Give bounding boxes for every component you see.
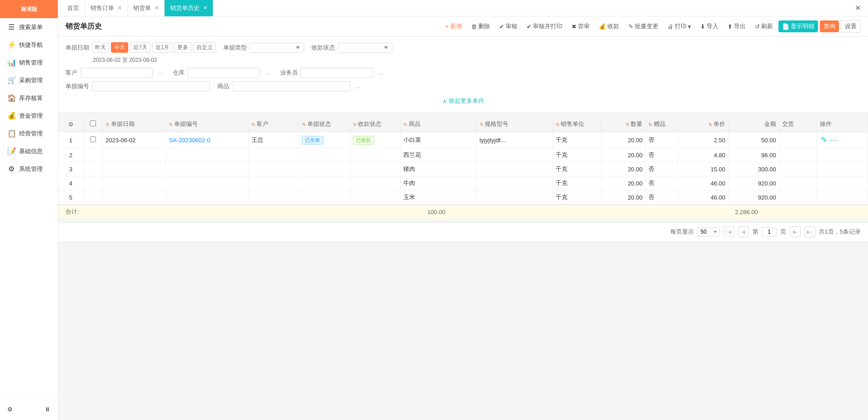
tab-sales-order[interactable]: 销售订单 ✕ xyxy=(85,0,128,16)
footer-label: 合计: xyxy=(65,208,79,216)
pay-status-sort-icon: ⇅ xyxy=(353,122,356,127)
col-header-qty[interactable]: ⇅ 数量 xyxy=(601,116,646,132)
abandon-button[interactable]: ✖ 弃审 xyxy=(568,20,593,32)
more-action-btn[interactable]: ⋯ xyxy=(829,135,838,145)
col-status-label: 单据状态 xyxy=(307,120,331,127)
delete-button[interactable]: 🗑 删除 xyxy=(467,20,494,32)
date-btn-more[interactable]: 更多 xyxy=(174,42,191,53)
sidebar-item-sys-mgmt[interactable]: ⚙ 系统管理 xyxy=(0,160,58,178)
per-page-select[interactable]: 50 10 20 100 xyxy=(697,227,720,236)
date-btn-today[interactable]: 今天 xyxy=(111,42,128,53)
salesperson-ellipsis[interactable]: ... xyxy=(376,69,386,77)
tab-bar-close-all[interactable]: ✕ xyxy=(851,4,864,12)
tab-sales-order-close[interactable]: ✕ xyxy=(118,5,122,11)
select-all-checkbox[interactable] xyxy=(90,120,96,126)
row-sn xyxy=(166,162,248,176)
last-page-btn[interactable]: ▶| xyxy=(804,226,815,237)
row-qty: 20.00 xyxy=(601,176,646,190)
total-pages-label: 页 xyxy=(780,228,786,236)
sidebar-item-sales-mgmt[interactable]: 📊 销售管理 xyxy=(0,54,58,71)
plus-icon: + xyxy=(445,23,449,30)
goods-input[interactable] xyxy=(232,81,350,91)
show-detail-label: 显示明细 xyxy=(791,22,814,30)
sidebar-item-search-menu[interactable]: ☰ 搜索菜单 xyxy=(0,18,58,36)
first-page-btn[interactable]: |◀ xyxy=(723,226,734,237)
goods-ellipsis[interactable]: ... xyxy=(353,82,363,90)
date-btn-custom[interactable]: 自定义 xyxy=(193,42,216,53)
col-header-unit[interactable]: ⇅ 销售单位 xyxy=(552,116,601,132)
refresh-label: 刷新 xyxy=(761,22,773,30)
sidebar-bottom-settings[interactable]: ⚙ ⏸ xyxy=(0,402,58,416)
row-gift: 否 xyxy=(646,148,678,162)
show-detail-button[interactable]: 📄 显示明细 xyxy=(778,20,818,32)
col-header-pay-status[interactable]: ⇅ 收款状态 xyxy=(350,116,401,132)
row-unit: 千克 xyxy=(552,162,601,176)
salesperson-input[interactable] xyxy=(301,68,373,78)
export-icon: ⬆ xyxy=(728,23,733,30)
sidebar-item-stock-calc[interactable]: 🏠 库存核算 xyxy=(0,89,58,107)
col-goods-label: 商品 xyxy=(409,120,421,127)
col-header-price[interactable]: ⇅ 单价 xyxy=(677,116,728,132)
doc-type-filter-field: 单据类型 xyxy=(223,43,304,53)
import-button[interactable]: ⬇ 导入 xyxy=(697,20,722,32)
settings-button[interactable]: 设置 xyxy=(841,20,861,33)
col-header-date[interactable]: ⇅ 单据日期 xyxy=(103,116,166,132)
sn-link[interactable]: SA-20230602-0 xyxy=(169,137,210,144)
sidebar-item-purchase-mgmt[interactable]: 🛒 采购管理 xyxy=(0,71,58,89)
sidebar-item-label: 基础信息 xyxy=(19,147,43,155)
warehouse-ellipsis[interactable]: ... xyxy=(263,69,273,77)
tab-sales-goods[interactable]: 销货单 ✕ xyxy=(128,0,165,16)
refresh-button[interactable]: ↺ 刷新 xyxy=(751,20,777,32)
pay-status-select[interactable] xyxy=(338,43,392,53)
date-btn-yesterday[interactable]: 昨天 xyxy=(92,42,109,53)
collect-button[interactable]: 💰 收款 xyxy=(595,20,623,32)
col-header-status[interactable]: ⇅ 单据状态 xyxy=(299,116,350,132)
col-header-spec[interactable]: ⇅ 规格型号 xyxy=(477,116,552,132)
customer-ellipsis[interactable]: ... xyxy=(156,69,166,77)
collapse-btn[interactable]: ∧ 收起更多条件 xyxy=(65,95,861,107)
import-icon: ⬇ xyxy=(700,23,705,30)
col-header-goods[interactable]: ⇅ 商品 xyxy=(401,116,477,132)
query-button[interactable]: 查询 xyxy=(820,20,839,32)
refresh-icon: ↺ xyxy=(755,23,760,30)
sidebar-item-quick-nav[interactable]: ⚡ 快捷导航 xyxy=(0,36,58,54)
approve-print-button[interactable]: ✔ 审核并打印 xyxy=(523,20,566,32)
next-page-btn[interactable]: ▶ xyxy=(790,226,801,237)
new-button[interactable]: + 新增 xyxy=(442,20,466,32)
col-header-customer[interactable]: ⇅ 客户 xyxy=(248,116,299,132)
date-btn-7days[interactable]: 近7天 xyxy=(130,42,151,53)
sidebar-item-finance-mgmt[interactable]: 💰 资金管理 xyxy=(0,107,58,125)
sidebar-item-label: 资金管理 xyxy=(19,112,43,120)
customer-input[interactable] xyxy=(80,68,153,78)
tab-sales-order-label: 销售订单 xyxy=(90,4,114,12)
doc-no-input[interactable] xyxy=(92,81,210,91)
table-container: ⚙ ⇅ 单据日期 ⇅ 单据编号 xyxy=(58,116,868,219)
row-checkbox[interactable] xyxy=(90,136,96,142)
row-goods: 小白菜 xyxy=(401,132,477,148)
export-button[interactable]: ⬆ 导出 xyxy=(724,20,749,32)
col-header-gift[interactable]: ⇅ 赠品 xyxy=(646,116,678,132)
doc-type-select[interactable] xyxy=(250,43,304,53)
tab-home[interactable]: 首页 xyxy=(62,0,85,16)
tab-sales-goods-close[interactable]: ✕ xyxy=(155,5,159,11)
sidebar-item-basic-info[interactable]: 📝 基础信息 xyxy=(0,142,58,160)
tab-sales-history-close[interactable]: ✕ xyxy=(203,5,207,11)
goods-filter-field: 商品 ... xyxy=(217,81,363,91)
sidebar-item-ops-mgmt[interactable]: 📋 经营管理 xyxy=(0,125,58,142)
table-settings-icon[interactable]: ⚙ xyxy=(68,121,74,128)
warehouse-input[interactable] xyxy=(187,68,260,78)
sys-mgmt-icon: ⚙ xyxy=(7,165,15,173)
date-btn-1month[interactable]: 近1月 xyxy=(152,42,173,53)
col-header-sn[interactable]: ⇅ 单据编号 xyxy=(166,116,248,132)
prev-page-btn[interactable]: ◀ xyxy=(738,226,749,237)
print-button[interactable]: 🖨 打印 ▾ xyxy=(664,20,695,32)
page-input[interactable] xyxy=(762,227,777,236)
tab-sales-history[interactable]: 销货单历史 ✕ xyxy=(165,0,213,16)
edit-action-btn[interactable]: ✎ xyxy=(821,135,828,145)
date-range-btns: 昨天 今天 近7天 近1月 更多 自定义 xyxy=(92,42,216,53)
approve-button[interactable]: ✔ 审核 xyxy=(496,20,521,32)
page-content: 销货单历史 + 新增 🗑 删除 ✔ 审核 ✔ 审核并打印 xyxy=(58,16,868,420)
row-spec xyxy=(477,190,552,205)
batch-change-button[interactable]: ✎ 批量变更 xyxy=(625,20,662,32)
row-action: ✎⋯ xyxy=(817,132,868,148)
